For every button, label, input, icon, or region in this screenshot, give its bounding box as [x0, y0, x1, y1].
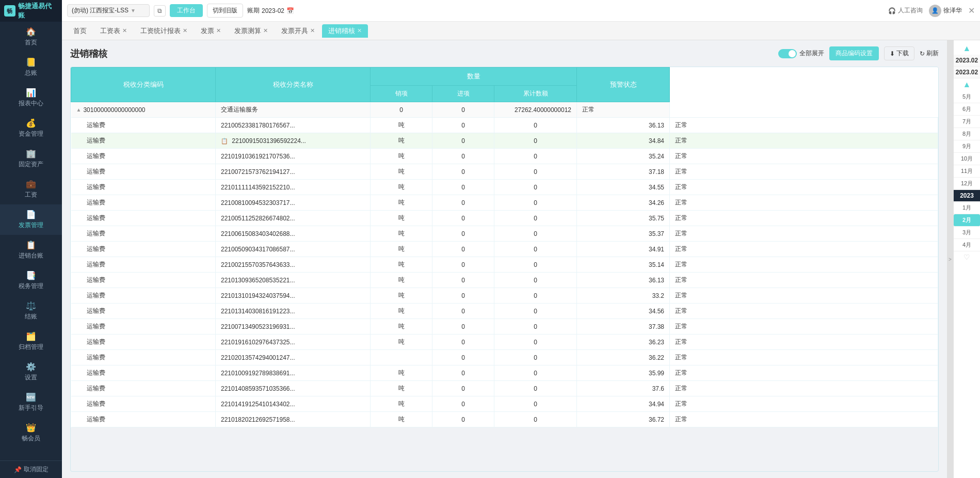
- sidebar-item-tax[interactable]: 📑 税务管理: [0, 265, 62, 296]
- tab-sales-check[interactable]: 进销稽核 ✕: [322, 24, 368, 38]
- tab-payroll-stats-close[interactable]: ✕: [183, 27, 187, 34]
- row-invoice-cell: 22102013574294001247...: [216, 350, 371, 365]
- sidebar-item-payroll[interactable]: 💼 工资: [0, 174, 62, 204]
- tab-sales-check-label: 进销稽核: [328, 26, 355, 36]
- sidebar-item-sales-ledger[interactable]: 📋 进销台账: [0, 235, 62, 265]
- expand-handle[interactable]: >: [947, 40, 953, 478]
- row-invoice-cell: 📋 22100915031396592224...: [216, 133, 371, 149]
- tab-invoice-open-close[interactable]: ✕: [310, 27, 315, 34]
- row-name-cell: 运输费: [71, 211, 216, 226]
- row-purchase-cell: 0: [494, 133, 577, 149]
- table-row: 运输费 22101309365208535221... 吨 0 0 36.13 …: [71, 273, 938, 288]
- right-sidebar-month-9[interactable]: 9月: [954, 140, 980, 153]
- assets-icon: 🏢: [26, 149, 36, 158]
- right-sidebar-up[interactable]: ▲: [961, 42, 973, 55]
- row-invoice-cell: 22101408593571035366...: [216, 381, 371, 396]
- product-code-button[interactable]: 商品编码设置: [829, 46, 879, 60]
- company-dropdown-icon: ▼: [131, 8, 136, 13]
- sidebar-item-reports[interactable]: 📊 报表中心: [0, 83, 62, 113]
- row-purchase-cell: 0: [494, 381, 577, 396]
- row-status-cell: 正常: [670, 381, 938, 396]
- sidebar-item-finance[interactable]: 💰 资金管理: [0, 113, 62, 144]
- company-selector[interactable]: (勿动) 江西报宝-LSS ▼: [67, 4, 150, 17]
- sidebar-item-label: 新手引导: [19, 404, 43, 412]
- sidebar-item-guide[interactable]: 🆕 新手引导: [0, 387, 62, 418]
- row-sales-cell: 0: [432, 242, 494, 257]
- row-unit-cell: 吨: [371, 412, 432, 427]
- row-sales-cell: 0: [432, 288, 494, 304]
- table-row: 运输费 22101009192789838691... 吨 0 0 35.99 …: [71, 365, 938, 381]
- help-button[interactable]: 🎧 人工咨询: [888, 6, 923, 15]
- user-menu[interactable]: 👤 徐泽华: [929, 5, 962, 17]
- download-label: 下载: [896, 49, 909, 58]
- page-title: 进销稽核: [70, 47, 107, 60]
- right-sidebar-month-10[interactable]: 10月: [954, 153, 980, 165]
- right-sidebar-month-1[interactable]: 1月: [954, 202, 980, 214]
- copy-button[interactable]: ⧉: [154, 5, 166, 17]
- row-unit-cell: 吨: [371, 334, 432, 350]
- sidebar-item-label: 结账: [25, 312, 37, 321]
- tab-sales-check-close[interactable]: ✕: [357, 27, 362, 34]
- right-sidebar-month-12[interactable]: 12月: [954, 178, 980, 190]
- row-status-cell: 正常: [670, 365, 938, 381]
- unpin-button[interactable]: 📌 取消固定: [0, 460, 62, 478]
- tab-invoice-calc-close[interactable]: ✕: [263, 27, 268, 34]
- row-invoice-cell: 22101309365208535221...: [216, 273, 371, 288]
- right-sidebar-month-8[interactable]: 8月: [954, 128, 980, 140]
- sidebar-item-invoice-mgmt[interactable]: 📄 发票管理: [0, 204, 62, 235]
- tab-home[interactable]: 首页: [67, 24, 93, 38]
- sidebar-item-settings[interactable]: ⚙️ 设置: [0, 357, 62, 387]
- right-sidebar-up2[interactable]: ▲: [961, 78, 973, 91]
- table-row: 运输费 22100509034317086587... 吨 0 0 34.91 …: [71, 242, 938, 257]
- right-sidebar-month-7[interactable]: 7月: [954, 116, 980, 128]
- row-purchase-cell: 0: [494, 288, 577, 304]
- collapse-icon[interactable]: ▲: [76, 107, 82, 113]
- row-cumulative-cell: 34.26: [577, 195, 670, 211]
- switch-version-button[interactable]: 切到旧版: [207, 4, 243, 18]
- tab-invoice-open-label: 发票开具: [281, 26, 308, 36]
- sidebar-item-member[interactable]: 👑 畅会员: [0, 418, 62, 448]
- sidebar-item-ledger[interactable]: 📒 总账: [0, 52, 62, 83]
- row-unit-cell: 吨: [371, 257, 432, 273]
- workspace-button[interactable]: 工作台: [170, 4, 203, 17]
- tab-invoice-close[interactable]: ✕: [216, 27, 221, 34]
- row-unit-cell: 吨: [371, 149, 432, 164]
- close-icon[interactable]: ✕: [968, 6, 975, 15]
- sidebar-item-archive[interactable]: 🗂️ 归档管理: [0, 326, 62, 357]
- download-button[interactable]: ⬇ 下载: [884, 46, 914, 60]
- table-row: 运输费 22100511252826674802... 吨 0 0 35.75 …: [71, 211, 938, 226]
- right-sidebar-month-3[interactable]: 3月: [954, 227, 980, 239]
- right-sidebar-month-2[interactable]: 2月: [954, 214, 980, 227]
- toggle-all-switch[interactable]: [778, 49, 797, 58]
- sidebar-item-assets[interactable]: 🏢 固定资产: [0, 144, 62, 174]
- right-sidebar-month-11[interactable]: 11月: [954, 165, 980, 178]
- settlement-icon: ⚖️: [26, 301, 36, 311]
- row-sales-cell: 0: [432, 133, 494, 149]
- row-sales-cell: 0: [432, 211, 494, 226]
- tax-icon: 📑: [26, 270, 36, 280]
- row-unit-cell: 吨: [371, 164, 432, 180]
- row-name-cell: 运输费: [71, 226, 216, 242]
- table-row: 运输费 📋 22100915031396592224... 吨 0 0 34.8…: [71, 133, 938, 149]
- tab-invoice-open[interactable]: 发票开具 ✕: [275, 24, 321, 38]
- row-purchase-cell: 0: [494, 226, 577, 242]
- right-sidebar-year-top[interactable]: 2023.02: [954, 67, 980, 78]
- sidebar-item-settlement[interactable]: ⚖️ 结账: [0, 296, 62, 326]
- logo-icon: 畅: [4, 5, 15, 17]
- refresh-button[interactable]: ↻ 刷新: [920, 49, 939, 58]
- right-sidebar-year-2023-label[interactable]: 2023: [954, 190, 980, 202]
- row-status-cell: 正常: [670, 195, 938, 211]
- tab-invoice[interactable]: 发票 ✕: [195, 24, 227, 38]
- tab-payroll[interactable]: 工资表 ✕: [94, 24, 133, 38]
- sidebar-item-label: 报表中心: [19, 99, 43, 108]
- right-sidebar-month-6[interactable]: 6月: [954, 103, 980, 116]
- sidebar-item-home[interactable]: 🏠 首页: [0, 22, 62, 52]
- tab-payroll-stats[interactable]: 工资统计报表 ✕: [134, 24, 194, 38]
- row-invoice-cell: 22101419125410143402...: [216, 396, 371, 412]
- tab-payroll-close[interactable]: ✕: [122, 27, 127, 34]
- right-sidebar-year-2023[interactable]: 2023.02: [954, 55, 980, 67]
- tab-invoice-calc[interactable]: 发票测算 ✕: [228, 24, 274, 38]
- right-sidebar-month-4[interactable]: 4月: [954, 239, 980, 251]
- right-sidebar-month-5[interactable]: 5月: [954, 91, 980, 103]
- period-label: 账期: [247, 6, 260, 15]
